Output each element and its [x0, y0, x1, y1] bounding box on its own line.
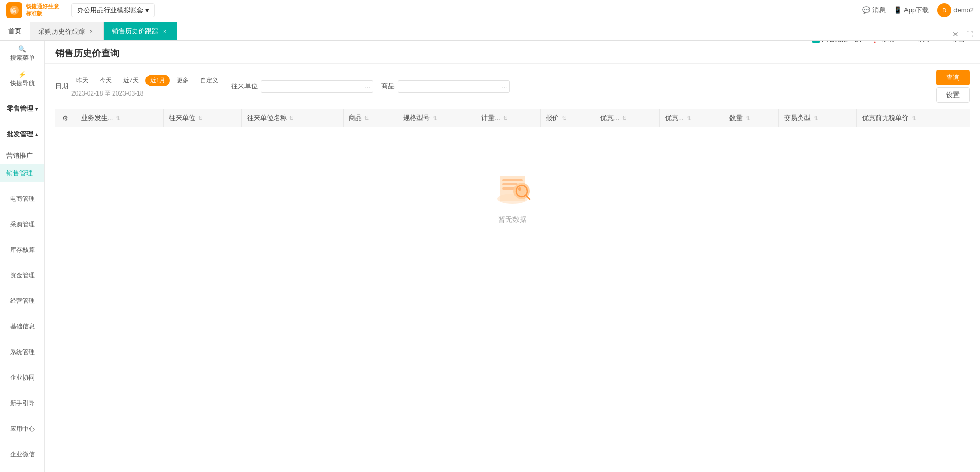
th-quantity[interactable]: 数量 ⇅: [724, 109, 779, 127]
chevron-up-icon: ▴: [35, 132, 38, 137]
date-range-text: 2023-02-18 至 2023-03-18: [71, 89, 223, 98]
th-unit[interactable]: 计量... ⇅: [476, 109, 541, 127]
sidebar-sub-sales-mgmt[interactable]: 销售管理: [0, 164, 44, 182]
tabbar: 首页 采购历史价跟踪 × 销售历史价跟踪 × ✕ ⛶: [0, 20, 980, 41]
tab-close-all-btn[interactable]: ✕: [949, 28, 962, 40]
sidebar-item-enterprise[interactable]: 企业协同: [0, 365, 44, 390]
empty-text: 暂无数据: [498, 215, 527, 224]
sort-icon-spec: ⇅: [433, 115, 437, 121]
th-setting[interactable]: ⚙: [55, 109, 76, 127]
date-btn-7days[interactable]: 近7天: [118, 75, 143, 86]
logo-icon: 畅: [6, 2, 22, 18]
app-download-btn[interactable]: 📱 App下载: [894, 6, 929, 15]
import-icon: ↩: [909, 41, 914, 43]
logo-area: 畅 畅捷通好生意 标准版: [6, 2, 59, 18]
sort-icon-partner-code: ⇅: [198, 115, 202, 121]
empty-icon: [487, 168, 538, 209]
svg-rect-4: [502, 179, 523, 181]
filter-actions: 查询 设置: [936, 70, 970, 103]
sort-icon-partner-name: ⇅: [289, 115, 293, 121]
user-menu[interactable]: D demo2: [937, 3, 974, 17]
th-quote[interactable]: 报价 ⇅: [541, 109, 595, 127]
th-discount2[interactable]: 优惠... ⇅: [659, 109, 724, 127]
content: 销售历史价查询 只看最后一次 ❓ 帮助 ↩ 导入 ↪: [45, 41, 980, 472]
th-partner-code[interactable]: 往来单位 ⇅: [163, 109, 241, 127]
table-header: ⚙ 业务发生... ⇅ 往来单位 ⇅ 往来单位名称 ⇅: [55, 109, 970, 127]
page-toolbar: 只看最后一次 ❓ 帮助 ↩ 导入 ↪ 导出: [812, 41, 970, 46]
tab-sales-close[interactable]: ×: [161, 28, 168, 35]
chevron-down-icon: ▾: [145, 6, 149, 14]
sidebar-item-enterprise-wechat[interactable]: 企业微信: [0, 441, 44, 467]
sidebar-item-ecommerce[interactable]: 电商管理: [0, 186, 44, 211]
tab-sales-history[interactable]: 销售历史价跟踪 ×: [104, 22, 177, 40]
sort-icon-unit: ⇅: [503, 115, 507, 121]
date-btn-yesterday[interactable]: 昨天: [71, 75, 93, 86]
import-btn[interactable]: ↩ 导入: [903, 41, 935, 46]
avatar: D: [937, 3, 951, 17]
topbar-left: 畅 畅捷通好生意 标准版 办公用品行业模拟账套 ▾: [6, 2, 155, 18]
tab-expand-btn[interactable]: ⛶: [964, 28, 976, 40]
sort-icon-trade-type: ⇅: [814, 115, 818, 121]
sort-icon-discount1: ⇅: [622, 115, 626, 121]
partner-filter: 往来单位 ...: [231, 80, 373, 93]
th-partner-name[interactable]: 往来单位名称 ⇅: [241, 109, 343, 127]
only-last-check[interactable]: 只看最后一次: [812, 41, 862, 44]
sidebar-item-app-center[interactable]: 应用中心: [0, 416, 44, 441]
setting-button[interactable]: 设置: [936, 87, 970, 103]
shortcut-icon: ⚡: [18, 71, 26, 78]
sidebar-sub-marketing[interactable]: 营销推广: [0, 147, 44, 164]
topbar-right: 💬 消息 📱 App下载 D demo2: [862, 3, 974, 17]
app-selector[interactable]: 办公用品行业模拟账套 ▾: [71, 3, 155, 17]
sort-icon-discount2: ⇅: [687, 115, 691, 121]
help-icon: ❓: [871, 41, 879, 43]
partner-input[interactable]: [261, 80, 373, 93]
th-trade-type[interactable]: 交易类型 ⇅: [779, 109, 857, 127]
sidebar-item-operations[interactable]: 经营管理: [0, 288, 44, 314]
th-goods[interactable]: 商品 ⇅: [343, 109, 398, 127]
sidebar-item-member[interactable]: 畅会员: [0, 467, 44, 472]
sort-icon-biz-date: ⇅: [116, 115, 120, 121]
th-discount1[interactable]: 优惠... ⇅: [595, 109, 659, 127]
tab-home[interactable]: 首页: [0, 22, 30, 40]
sidebar-item-guide[interactable]: 新手引导: [0, 390, 44, 416]
th-biz-date[interactable]: 业务发生... ⇅: [76, 109, 163, 127]
export-btn[interactable]: ↪ 导出: [939, 41, 970, 46]
sidebar-item-shortcut[interactable]: ⚡ 快捷导航: [0, 66, 44, 92]
sort-icon-quote: ⇅: [562, 115, 566, 121]
sidebar-item-finance[interactable]: 资金管理: [0, 263, 44, 288]
th-pre-tax-price[interactable]: 优惠前无税单价 ⇅: [857, 109, 970, 127]
date-filter: 日期 昨天 今天 近7天 近1月 更多 自定义 2023-02-18 至 202…: [55, 75, 223, 98]
tab-purchase-history[interactable]: 采购历史价跟踪 ×: [30, 22, 104, 40]
tab-purchase-close[interactable]: ×: [88, 28, 95, 35]
only-last-checkbox[interactable]: [812, 41, 820, 43]
query-button[interactable]: 查询: [936, 70, 970, 85]
sort-icon-goods: ⇅: [364, 115, 369, 121]
filter-bar: 日期 昨天 今天 近7天 近1月 更多 自定义 2023-02-18 至 202…: [45, 64, 980, 109]
sidebar-item-basic-info[interactable]: 基础信息: [0, 314, 44, 339]
partner-input-wrap: ...: [261, 80, 373, 93]
goods-filter: 商品 ...: [381, 80, 510, 93]
sidebar: 🔍 搜索菜单 ⚡ 快捷导航 零售管理 ▾ 批发管理 ▴ 营销推广 销售管理 电商…: [0, 41, 45, 472]
sidebar-item-system[interactable]: 系统管理: [0, 339, 44, 365]
date-btn-custom[interactable]: 自定义: [195, 75, 223, 86]
sidebar-item-retail[interactable]: 零售管理 ▾: [0, 96, 44, 122]
sidebar-item-wholesale[interactable]: 批发管理 ▴: [0, 122, 44, 147]
date-btn-more[interactable]: 更多: [172, 75, 193, 86]
topbar: 畅 畅捷通好生意 标准版 办公用品行业模拟账套 ▾ 💬 消息 📱 App下载 D…: [0, 0, 980, 20]
tabbar-actions: ✕ ⛶: [945, 28, 980, 40]
message-btn[interactable]: 💬 消息: [862, 6, 886, 15]
data-table: ⚙ 业务发生... ⇅ 往来单位 ⇅ 往来单位名称 ⇅: [55, 109, 970, 127]
svg-rect-5: [502, 183, 518, 185]
page-header: 销售历史价查询 只看最后一次 ❓ 帮助 ↩ 导入 ↪: [45, 41, 980, 64]
empty-state: 暂无数据: [55, 127, 970, 265]
date-shortcuts-row: 昨天 今天 近7天 近1月 更多 自定义: [71, 75, 223, 86]
date-btn-today[interactable]: 今天: [95, 75, 116, 86]
sidebar-item-inventory[interactable]: 库存核算: [0, 237, 44, 263]
goods-input[interactable]: [398, 80, 510, 93]
sidebar-item-purchase[interactable]: 采购管理: [0, 211, 44, 237]
sidebar-item-search[interactable]: 🔍 搜索菜单: [0, 41, 44, 66]
chevron-right-icon: ▾: [35, 106, 38, 112]
th-spec[interactable]: 规格型号 ⇅: [398, 109, 476, 127]
help-btn[interactable]: ❓ 帮助: [866, 41, 899, 46]
date-btn-1month[interactable]: 近1月: [145, 75, 170, 86]
